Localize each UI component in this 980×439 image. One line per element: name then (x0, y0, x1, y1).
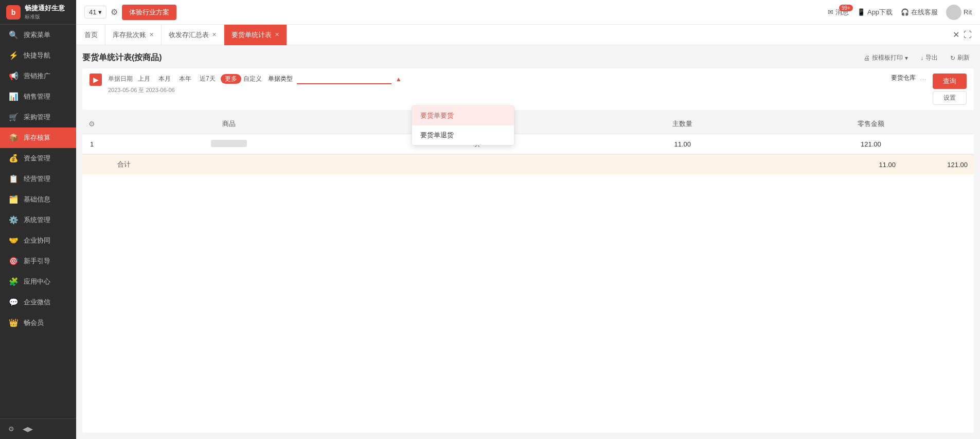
col-amount-header: 零售金额 (768, 114, 974, 134)
warehouse-filter-group: 要货仓库 … (891, 74, 926, 82)
print-icon: 🖨 (864, 54, 870, 62)
date-buttons: 单据日期 上月 本月 本年 近7天 更多 自定义 (108, 74, 262, 84)
dropdown-item-order[interactable]: 要货单要货 (412, 106, 514, 125)
sidebar-item-system[interactable]: ⚙️系统管理 (0, 210, 76, 230)
filter-right-actions: 查询 设置 (933, 74, 967, 105)
topbar-settings-icon[interactable]: ⚙ (111, 7, 118, 17)
footer-amount: 121.00 (906, 161, 968, 169)
purchase-label: 采购管理 (24, 113, 50, 122)
date-label: 单据日期 (108, 75, 133, 83)
sidebar-item-purchase[interactable]: 🛒采购管理 (0, 107, 76, 127)
tab-label-inventory-batch: 库存批次账 (113, 30, 146, 40)
sidebar-item-quicknav[interactable]: ⚡快捷导航 (0, 45, 76, 66)
messages-item[interactable]: ✉ 消息 99+ (828, 8, 849, 17)
sidebar-item-inventory[interactable]: 📦库存核算 (0, 127, 76, 148)
sidebar-item-finance[interactable]: 💰资金管理 (0, 148, 76, 169)
col-product-header: 商品 (101, 114, 356, 134)
this-month-btn[interactable]: 本月 (155, 74, 174, 84)
more-btn[interactable]: 更多 (221, 74, 241, 84)
user-avatar[interactable]: Rit (946, 5, 972, 20)
print-btn[interactable]: 🖨 按模板打印 ▾ (860, 51, 912, 64)
tab-close-order-stats[interactable]: ✕ (275, 31, 279, 38)
tab-recv-summary[interactable]: 收发存汇总表✕ (162, 25, 224, 45)
sidebar-logo: b 畅捷通好生意 标准版 (0, 0, 76, 25)
table-head: ⚙ 商品 主计量单位 主数量 零售金额 (82, 114, 974, 134)
custom-date-btn[interactable]: 自定义 (243, 75, 262, 83)
guide-icon: 🎯 (8, 257, 19, 266)
sidebar-item-marketing[interactable]: 📢营销推广 (0, 66, 76, 86)
filter-settings-btn[interactable]: 设置 (933, 91, 967, 105)
query-btn[interactable]: 查询 (933, 74, 967, 89)
table-header-row: ⚙ 商品 主计量单位 主数量 零售金额 (82, 114, 974, 134)
table-settings-icon[interactable]: ⚙ (88, 120, 95, 128)
sidebar-collapse-btn[interactable]: ◀▶ (23, 425, 33, 433)
col-qty-header: 主数量 (597, 114, 768, 134)
table-row: 1 块 11.00 121.00 (82, 134, 974, 154)
finance-label: 资金管理 (24, 154, 50, 163)
basic-icon: 🗂️ (8, 195, 19, 204)
tab-inventory-batch[interactable]: 库存批次账✕ (105, 25, 162, 45)
sidebar-nav: 🔍搜索菜单⚡快捷导航📢营销推广📊销售管理🛒采购管理📦库存核算💰资金管理📋经营管理… (0, 25, 76, 418)
warehouse-label: 要货仓库 (891, 74, 916, 82)
marketing-icon: 📢 (8, 71, 19, 81)
inventory-icon: 📦 (8, 133, 19, 142)
tab-home[interactable]: 首页 (84, 25, 105, 45)
online-service-item[interactable]: 🎧 在线客服 (901, 8, 938, 17)
last-7days-btn[interactable]: 近7天 (197, 74, 219, 84)
sales-icon: 📊 (8, 92, 19, 101)
sidebar-item-collab[interactable]: 🤝企业协同 (0, 230, 76, 251)
sidebar-item-sales[interactable]: 📊销售管理 (0, 86, 76, 107)
export-btn[interactable]: ↓ 导出 (916, 51, 942, 64)
warehouse-more-icon[interactable]: … (920, 74, 926, 82)
tab-close-inventory-batch[interactable]: ✕ (149, 31, 154, 38)
logo-text: 畅捷通好生意 标准版 (25, 4, 65, 20)
type-input[interactable] (297, 74, 391, 84)
system-icon: ⚙️ (8, 215, 19, 225)
dropdown-item-return[interactable]: 要货单退货 (412, 125, 514, 145)
filter-expand-btn[interactable]: ▶ (90, 74, 102, 86)
tab-order-stats[interactable]: 要货单统计表✕ (224, 25, 287, 45)
sidebar-item-basic[interactable]: 🗂️基础信息 (0, 189, 76, 210)
type-dropdown: 要货单要货 要货单退货 (412, 105, 514, 145)
sidebar-settings-btn[interactable]: ⚙ (8, 425, 14, 433)
row-product (101, 134, 356, 154)
refresh-btn[interactable]: ↻ 刷新 (946, 51, 974, 64)
app-download-item[interactable]: 📱 App下载 (857, 8, 893, 17)
system-label: 系统管理 (24, 215, 50, 225)
sidebar-item-appcenter[interactable]: 🧩应用中心 (0, 271, 76, 292)
message-icon: ✉ (828, 8, 833, 16)
row-amount: 121.00 (768, 134, 974, 154)
main-area: 41 ▾ ⚙ 体验行业方案 ✉ 消息 99+ 📱 App下载 🎧 在线客服 R (76, 0, 980, 439)
date-range: 2023-05-06 至 2023-06-06 (108, 86, 262, 94)
operations-label: 经营管理 (24, 174, 50, 184)
sidebar-item-search[interactable]: 🔍搜索菜单 (0, 25, 76, 45)
sidebar-item-wechat[interactable]: 💬企业微信 (0, 292, 76, 313)
quicknav-label: 快捷导航 (24, 51, 50, 60)
topbar-left: 41 ▾ ⚙ 体验行业方案 (84, 5, 822, 20)
marketing-label: 营销推广 (24, 71, 50, 81)
print-dropdown-icon: ▾ (905, 54, 908, 62)
sidebar-item-member[interactable]: 👑畅会员 (0, 313, 76, 333)
member-icon: 👑 (8, 318, 19, 327)
basic-label: 基础信息 (24, 195, 50, 204)
tabs-more-btn[interactable]: ⛶ (964, 30, 972, 40)
type-dropdown-arrow[interactable]: ▲ (396, 76, 402, 83)
tab-close-recv-summary[interactable]: ✕ (212, 31, 217, 38)
last-month-btn[interactable]: 上月 (135, 74, 153, 84)
footer-label: 合计 (117, 160, 131, 169)
app-download-icon: 📱 (857, 8, 865, 16)
search-icon: 🔍 (8, 30, 19, 40)
operations-icon: 📋 (8, 174, 19, 184)
this-year-btn[interactable]: 本年 (176, 74, 194, 84)
company-selector[interactable]: 41 ▾ (84, 6, 106, 19)
app-download-label: App下载 (867, 8, 893, 17)
tabs-bar: 首页库存批次账✕收发存汇总表✕要货单统计表✕ ✕ ⛶ (76, 25, 980, 45)
close-all-btn[interactable]: ✕ (953, 30, 959, 40)
quicknav-icon: ⚡ (8, 51, 19, 60)
username: Rit (964, 8, 972, 16)
table-footer: 合计 11.00 121.00 (82, 154, 974, 174)
sidebar-item-operations[interactable]: 📋经营管理 (0, 169, 76, 189)
trial-btn[interactable]: 体验行业方案 (122, 5, 176, 20)
row-qty: 11.00 (597, 134, 768, 154)
sidebar-item-guide[interactable]: 🎯新手引导 (0, 251, 76, 271)
